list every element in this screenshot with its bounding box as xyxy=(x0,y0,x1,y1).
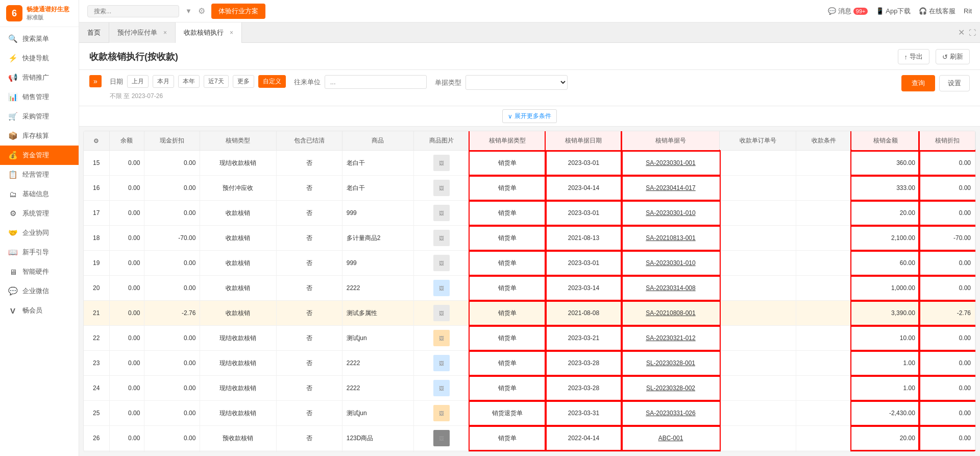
sidebar-item-purchase[interactable]: 🛒采购管理 xyxy=(0,107,79,126)
tab-close-icon[interactable]: ✕ xyxy=(958,28,965,37)
solution-button[interactable]: 体验行业方案 xyxy=(211,4,265,19)
row-amount: 60.00 xyxy=(851,251,919,276)
sidebar-item-operation[interactable]: 📋经营管理 xyxy=(0,165,79,184)
table-row: 19 0.00 0.00 收款核销 否 999 🖼 销货单 2023-03-01… xyxy=(84,251,975,276)
sidebar-item-finance[interactable]: 💰资金管理 xyxy=(0,146,79,165)
date-btn-more[interactable]: 更多 xyxy=(233,75,254,88)
row-product: 2222 xyxy=(342,276,413,301)
row-doc-no[interactable]: SA-20230321-012 xyxy=(622,326,720,351)
col-gear[interactable]: ⚙ xyxy=(84,131,109,151)
row-cash-discount: 0.00 xyxy=(144,276,200,301)
refresh-button[interactable]: ↺ 刷新 xyxy=(936,49,970,64)
tab-home[interactable]: 首页 xyxy=(79,22,109,43)
row-product-img: 🖼 xyxy=(414,401,470,426)
sidebar-label-inventory: 库存核算 xyxy=(22,131,49,140)
unit-filter-input[interactable] xyxy=(325,75,427,89)
sidebar-item-hardware[interactable]: 🖥智能硬件 xyxy=(0,262,79,281)
row-included: 否 xyxy=(276,426,342,451)
sidebar-item-sales[interactable]: 📊销售管理 xyxy=(0,87,79,107)
row-id: 24 xyxy=(84,376,109,401)
row-product: 老白干 xyxy=(342,151,413,176)
row-receipt-condition xyxy=(796,301,851,326)
row-amount: 1,000.00 xyxy=(851,276,919,301)
expand-more-button[interactable]: ∨ 展开更多条件 xyxy=(502,109,557,123)
top-bar-left: ▼ ⚙ 体验行业方案 xyxy=(87,4,265,19)
corp-icon: 🤝 xyxy=(8,228,17,237)
tab-prepay-close[interactable]: × xyxy=(163,29,167,36)
row-doc-no[interactable]: SA-20230314-008 xyxy=(622,276,720,301)
message-area[interactable]: 💬 消息 99+ xyxy=(828,7,868,16)
row-balance: 0.00 xyxy=(109,376,144,401)
search-icon: 🔍 xyxy=(8,34,17,43)
row-amount: 360.00 xyxy=(851,151,919,176)
sidebar-item-corp[interactable]: 🤝企业协同 xyxy=(0,223,79,243)
row-included: 否 xyxy=(276,226,342,251)
sidebar-item-search[interactable]: 🔍搜索菜单 xyxy=(0,29,79,49)
row-doc-date: 2023-03-21 xyxy=(546,326,622,351)
settings-gear-icon[interactable]: ⚙ xyxy=(198,6,205,16)
sidebar-item-inventory[interactable]: 📦库存核算 xyxy=(0,126,79,146)
row-doc-no[interactable]: SA-20230301-010 xyxy=(622,201,720,226)
top-search-input[interactable] xyxy=(87,5,179,17)
sidebar-label-marketing: 营销推广 xyxy=(22,73,49,82)
date-btn-this-year[interactable]: 本年 xyxy=(178,75,200,88)
refresh-icon: ↺ xyxy=(942,53,948,61)
table-row: 20 0.00 0.00 收款核销 否 2222 🖼 销货单 2023-03-1… xyxy=(84,276,975,301)
row-receipt-condition xyxy=(796,176,851,201)
sidebar-item-guide[interactable]: 📖新手引导 xyxy=(0,243,79,262)
sidebar-item-quicknav[interactable]: ⚡快捷导航 xyxy=(0,49,79,68)
date-btn-last-month[interactable]: 上月 xyxy=(127,75,149,88)
row-doc-no[interactable]: SA-20230301-001 xyxy=(622,151,720,176)
row-product-img: 🖼 xyxy=(414,151,470,176)
date-filter-group: 日期 上月 本月 本年 近7天 更多 自定义 不限 至 2023-07-26 xyxy=(110,75,286,101)
tab-receipt[interactable]: 收款核销执行 × xyxy=(176,22,242,43)
tab-expand-icon[interactable]: ⛶ xyxy=(969,29,976,37)
row-doc-no[interactable]: SA-20210813-001 xyxy=(622,226,720,251)
user-name[interactable]: Rit xyxy=(964,7,972,15)
tab-receipt-close[interactable]: × xyxy=(230,29,233,36)
row-receipt-order xyxy=(720,251,796,276)
inventory-icon: 📦 xyxy=(8,131,17,140)
row-id: 26 xyxy=(84,426,109,451)
row-cash-discount: -70.00 xyxy=(144,226,200,251)
app-download-link[interactable]: 📱 App下载 xyxy=(876,7,911,16)
row-receipt-order xyxy=(720,226,796,251)
col-product-img: 商品图片 xyxy=(414,131,470,151)
row-product-img: 🖼 xyxy=(414,326,470,351)
table-header-row: ⚙ 余额 现金折扣 核销类型 包含已结清 商品 商品图片 核销单据类型 核销单据… xyxy=(84,131,975,151)
export-button[interactable]: ↑ 导出 xyxy=(898,49,930,64)
row-product: 测试jun xyxy=(342,326,413,351)
date-btn-7days[interactable]: 近7天 xyxy=(204,75,229,88)
date-btn-custom[interactable]: 自定义 xyxy=(258,75,286,88)
sidebar-item-vip[interactable]: V畅会员 xyxy=(0,301,79,320)
sidebar-item-system[interactable]: ⚙系统管理 xyxy=(0,204,79,223)
sidebar-item-marketing[interactable]: 📢营销推广 xyxy=(0,68,79,87)
row-doc-no[interactable]: SA-20210808-001 xyxy=(622,301,720,326)
sidebar-item-wechat[interactable]: 💬企业微信 xyxy=(0,281,79,301)
filter-expand-arrow[interactable]: » xyxy=(89,75,102,87)
query-button[interactable]: 查询 xyxy=(901,75,935,91)
row-doc-no[interactable]: SL-20230408-001 xyxy=(622,451,720,452)
message-icon: 💬 xyxy=(828,7,836,15)
settings-button[interactable]: 设置 xyxy=(939,75,970,91)
row-doc-no[interactable]: SA-20230331-026 xyxy=(622,401,720,426)
row-doc-no[interactable]: ABC-001 xyxy=(622,426,720,451)
online-support-link[interactable]: 🎧 在线客服 xyxy=(919,7,955,16)
brand-name: 畅捷通谱好生意 xyxy=(27,6,69,13)
sidebar-label-guide: 新手引导 xyxy=(22,248,49,257)
col-balance: 余额 xyxy=(109,131,144,151)
row-doc-no[interactable]: SA-20230414-017 xyxy=(622,176,720,201)
date-btn-this-month[interactable]: 本月 xyxy=(153,75,174,88)
row-doc-no[interactable]: SL-20230328-002 xyxy=(622,376,720,401)
table-row: 16 0.00 0.00 预付冲应收 否 老白干 🖼 销货单 2023-04-1… xyxy=(84,176,975,201)
row-doc-date: 2023-03-31 xyxy=(546,401,622,426)
table-row: 26 0.00 0.00 预收款核销 否 123D商品 🖼 销货单 2022-0… xyxy=(84,426,975,451)
row-doc-type: 销货单 xyxy=(470,226,546,251)
row-type: 收款核销 xyxy=(200,276,276,301)
tab-prepay[interactable]: 预付冲应付单 × xyxy=(109,22,176,43)
sidebar-item-base[interactable]: 🗂基础信息 xyxy=(0,184,79,204)
row-doc-no[interactable]: SA-20230301-010 xyxy=(622,251,720,276)
row-doc-no[interactable]: SL-20230328-001 xyxy=(622,351,720,376)
doc-type-filter-select[interactable] xyxy=(465,75,568,90)
dropdown-arrow-icon[interactable]: ▼ xyxy=(185,7,192,15)
